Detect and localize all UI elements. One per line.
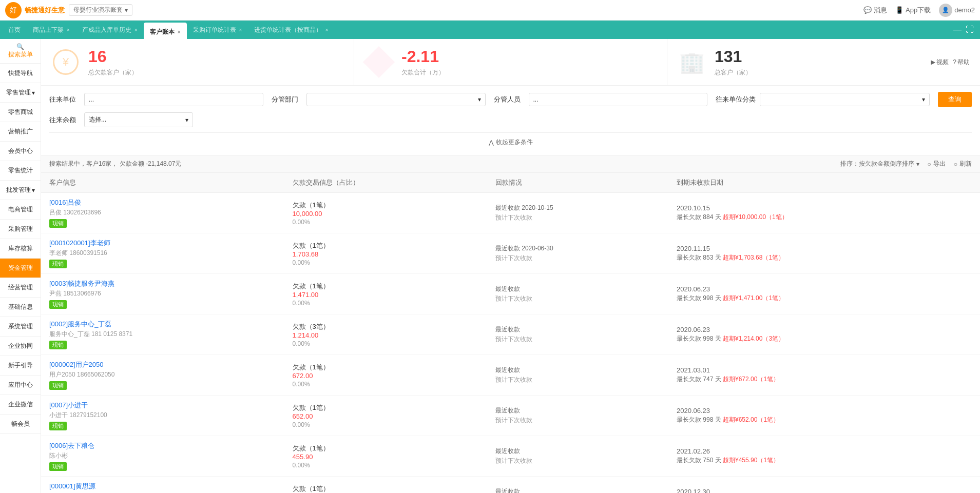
sidebar-item-retail-manage[interactable]: 零售管理 ▾ (0, 83, 41, 103)
person-input[interactable]: ... (529, 93, 708, 106)
payment-info-cell: 最近收款 2020-06-30 预计下次收款 (487, 233, 668, 274)
sidebar-item-quick-nav[interactable]: 快捷导航 (0, 64, 41, 83)
sidebar-item-ecommerce[interactable]: 电商管理 (0, 200, 41, 220)
dept-select[interactable]: ▾ (306, 93, 486, 106)
sidebar-item-marketing[interactable]: 营销推广 (0, 122, 41, 142)
tab-close-icon[interactable]: × (67, 27, 70, 33)
debt-amount: 455.90 (293, 453, 479, 461)
collapse-btn[interactable]: ⋀ 收起更多条件 (485, 136, 537, 149)
customer-info-cell: [0001020001]李老师 李老师 18600391516 现销 (41, 233, 284, 274)
tab-purchase-stats[interactable]: 进货单统计表（按商品） × (248, 23, 334, 37)
sort-select[interactable]: 排序：按欠款金额倒序排序 ▾ (840, 160, 919, 168)
unit-category-select[interactable]: ▾ (760, 93, 930, 106)
tab-close-icon[interactable]: × (134, 27, 138, 33)
sidebar-item-guide[interactable]: 新手引导 (0, 356, 41, 376)
top-bar-left: 好 畅捷通好生意 母婴行业演示账套 ▾ (5, 2, 132, 18)
debt-amount: 1,471.00 (293, 291, 479, 299)
due-date-cell: 2020.12.30 最长欠款 808 天 超期¥429.00（1笔） (668, 477, 980, 494)
view-video-btn[interactable]: ▶ 视频 (931, 58, 949, 67)
sidebar-search[interactable]: 🔍 搜索菜单 (0, 39, 41, 64)
customer-name-link[interactable]: [0001020001]李老师 (49, 239, 276, 248)
overdue-amount-link[interactable]: 超期¥1,703.68（1笔） (723, 254, 784, 261)
debt-info-cell: 欠款（1笔） 10,000.00 0.00% (284, 193, 487, 233)
sidebar-item-batch-manage[interactable]: 批发管理 ▾ (0, 181, 41, 200)
customer-info-cell: [0002]服务中心_丁磊 服务中心_丁磊 181 0125 8371 现销 (41, 314, 284, 355)
tab-product-history[interactable]: 产成品入库单历史 × (76, 23, 144, 37)
debt-customers-value: 16 (88, 47, 138, 66)
export-btn[interactable]: ○ 导出 (928, 160, 946, 168)
tab-purchase-order[interactable]: 采购订单统计表 × (187, 23, 248, 37)
sidebar-item-basic-info[interactable]: 基础信息 (0, 298, 41, 317)
help-btn[interactable]: ? 帮助 (953, 58, 970, 67)
overdue-amount-link[interactable]: 超期¥455.90（1笔） (723, 457, 779, 464)
debt-amount: 1,703.68 (293, 250, 479, 258)
debt-customers-label: 总欠款客户（家） (88, 68, 138, 77)
sidebar-item-finance[interactable]: 资金管理 (0, 259, 41, 278)
tab-product-manage[interactable]: 商品上下架 × (27, 23, 76, 37)
collapse-icon: ⋀ (489, 139, 494, 146)
sidebar-item-wechat[interactable]: 企业微信 (0, 395, 41, 415)
next-payment: 预计下次收款 (495, 416, 660, 425)
col-header-payment: 回款情况 (487, 173, 668, 193)
query-button[interactable]: 查询 (938, 92, 972, 107)
due-date: 2021.02.26 (677, 447, 972, 455)
payment-info-cell: 最近收款 预计下次收款 (487, 396, 668, 436)
sidebar-item-system[interactable]: 系统管理 (0, 317, 41, 337)
tab-close-icon[interactable]: × (178, 29, 181, 35)
customer-name-link[interactable]: [000002]用户2050 (49, 360, 276, 369)
message-btn[interactable]: 💬 消息 (863, 6, 887, 15)
debt-count: 欠款（1笔） (293, 282, 479, 291)
customer-name-link[interactable]: [0007]小进干 (49, 401, 276, 410)
debt-info-cell: 欠款（1笔） 455.90 0.00% (284, 436, 487, 477)
customer-name-link[interactable]: [000001]黄思源 (49, 482, 276, 491)
tab-minimize-icon[interactable]: — (953, 25, 962, 34)
sidebar-item-app-center[interactable]: 应用中心 (0, 376, 41, 395)
customer-name-link[interactable]: [0016]吕俊 (49, 198, 276, 207)
overdue-amount-link[interactable]: 超期¥1,471.00（1笔） (723, 294, 784, 302)
chevron-down-icon: ▾ (922, 96, 925, 103)
customer-name-link[interactable]: [0006]去下粮仓 (49, 441, 276, 450)
sidebar-item-retail-mall[interactable]: 零售商城 (0, 103, 41, 122)
debt-count: 欠款（1笔） (293, 444, 479, 453)
overdue-days: 最长欠款 750 天 超期¥455.90（1笔） (677, 456, 972, 465)
tab-close-icon[interactable]: × (239, 27, 242, 33)
video-icon: ▶ (931, 58, 935, 66)
tab-customer-account[interactable]: 客户账本 × (144, 23, 187, 39)
debt-count: 欠款（1笔） (293, 403, 479, 412)
tab-home[interactable]: 首页 (2, 23, 27, 37)
debt-amount: 672.00 (293, 372, 479, 380)
user-avatar[interactable]: 👤 demo2 (939, 4, 975, 17)
refresh-btn[interactable]: ○ 刷新 (954, 160, 972, 168)
due-date: 2020.12.30 (677, 488, 972, 493)
tab-close-icon[interactable]: × (325, 27, 328, 33)
sidebar-item-purchase-manage[interactable]: 采购管理 (0, 220, 41, 239)
recent-payment: 最近收款 (495, 285, 660, 293)
sidebar-item-enterprise[interactable]: 企业协同 (0, 337, 41, 356)
sidebar-item-member[interactable]: 会员中心 (0, 142, 41, 161)
customer-name-link[interactable]: [0003]畅捷服务尹海燕 (49, 279, 276, 288)
source-unit-input[interactable]: ... (84, 93, 263, 106)
card-icon-money: ¥ (51, 48, 80, 76)
search-icon: 🔍 (16, 43, 24, 50)
industry-selector[interactable]: 母婴行业演示账套 ▾ (69, 4, 132, 16)
overdue-amount-link[interactable]: 超期¥672.00（1笔） (723, 376, 779, 383)
debt-info-cell: 欠款（1笔） 1,703.68 0.00% (284, 233, 487, 274)
customer-name-link[interactable]: [0002]服务中心_丁磊 (49, 320, 276, 329)
recent-payment: 最近收款 (495, 325, 660, 334)
app-download-btn[interactable]: 📱 App下载 (895, 6, 931, 15)
overdue-amount-link[interactable]: 超期¥652.00（1笔） (723, 416, 779, 423)
dept-label: 分管部门 (272, 95, 302, 104)
tab-maximize-icon[interactable]: ⛶ (966, 25, 974, 34)
overdue-amount-link[interactable]: 超期¥1,214.00（3笔） (723, 335, 784, 342)
sidebar-item-inventory[interactable]: 库存核算 (0, 239, 41, 259)
sidebar-item-operation[interactable]: 经营管理 (0, 278, 41, 298)
recent-payment: 最近收款 2020-06-30 (495, 244, 660, 253)
overdue-amount-link[interactable]: 超期¥10,000.00（1笔） (723, 213, 788, 221)
sidebar-item-vip[interactable]: 畅会员 (0, 415, 41, 434)
recent-payment: 最近收款 (495, 406, 660, 415)
results-summary: 搜索结果中，客户16家， 欠款金额 -21,148.07元 (49, 160, 181, 168)
col-header-debt: 欠款交易信息（占比） (284, 173, 487, 193)
help-icon: ? (953, 58, 956, 66)
sidebar-item-retail-stats[interactable]: 零售统计 (0, 161, 41, 181)
balance-select[interactable]: 选择... ▾ (84, 112, 193, 127)
